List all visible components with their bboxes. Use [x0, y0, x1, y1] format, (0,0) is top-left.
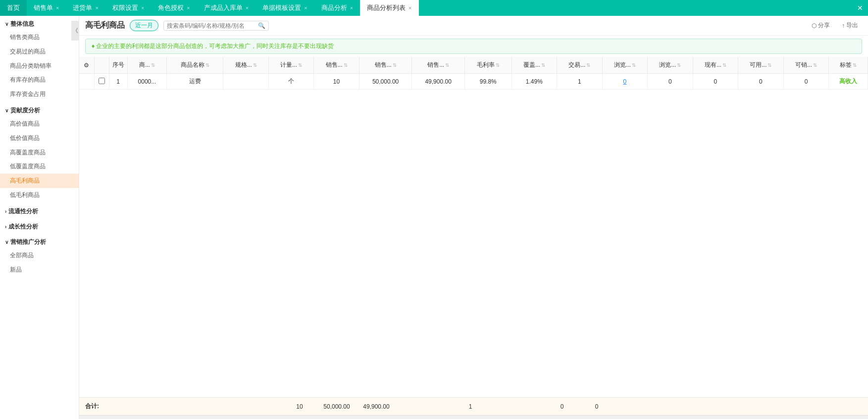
- sidebar-item[interactable]: 低毛利商品: [0, 188, 79, 202]
- footer-label: 合计:: [85, 402, 99, 411]
- table-row: 10000...运费个1050,000.0049,900.0099.8%1.49…: [79, 74, 868, 90]
- sort-icon: ⇅: [205, 62, 209, 68]
- sidebar-group: ›成长性分析: [0, 219, 79, 233]
- sort-icon: ⇅: [151, 62, 155, 68]
- header-actions: ⬡ 分享 ↑ 导出: [808, 20, 862, 31]
- sidebar-collapse-button[interactable]: 《: [71, 21, 79, 41]
- sidebar-item[interactable]: 高毛利商品: [0, 174, 79, 188]
- footer-cell: [114, 403, 129, 410]
- footer-cell: [144, 403, 158, 410]
- sidebar-item[interactable]: 库存资金占用: [0, 87, 79, 101]
- chevron-right-icon: ›: [5, 209, 6, 214]
- sidebar-item[interactable]: 高价值商品: [0, 117, 79, 131]
- nav-close-icon[interactable]: ×: [95, 5, 98, 11]
- sort-icon: ⇅: [722, 62, 726, 68]
- search-icon[interactable]: 🔍: [258, 22, 265, 29]
- sort-icon: ⇅: [813, 62, 817, 68]
- nav-close-icon[interactable]: ×: [350, 5, 353, 11]
- chevron-down-icon: ∨: [5, 239, 8, 245]
- column-header-coverage[interactable]: 覆盖...⇅: [511, 57, 557, 74]
- sidebar: 《 ∨整体信息销售类商品交易过的商品商品分类助销率有库存的商品库存资金占用∨贡献…: [0, 16, 79, 419]
- sidebar-group-title[interactable]: ∨贡献度分析: [0, 102, 79, 117]
- cell-salesProfit: 49,900.00: [412, 74, 465, 90]
- nav-close-icon[interactable]: ×: [141, 5, 144, 11]
- sidebar-item[interactable]: 全部商品: [0, 248, 79, 263]
- nav-close-icon[interactable]: ×: [187, 5, 190, 11]
- footer-cell: 50,000.00: [317, 403, 357, 410]
- close-all-button[interactable]: ✕: [852, 0, 868, 16]
- nav-item-商品分析列表[interactable]: 商品分析列表×: [360, 0, 418, 16]
- chevron-right-icon: ›: [5, 224, 6, 230]
- filter-recent-month-button[interactable]: 近一月: [130, 20, 158, 31]
- sidebar-group-title[interactable]: ∨营销推广分析: [0, 234, 79, 248]
- nav-item-首页[interactable]: 首页: [0, 0, 27, 16]
- column-header-salesQty[interactable]: 销售...⇅: [314, 57, 359, 74]
- column-header-grossMargin[interactable]: 毛利率⇅: [464, 57, 511, 74]
- sort-icon: ⇅: [541, 62, 545, 68]
- nav-item-商品分析[interactable]: 商品分析×: [314, 0, 360, 16]
- column-header-currentStock[interactable]: 现有...⇅: [693, 57, 738, 74]
- nav-item-角色授权[interactable]: 角色授权×: [151, 0, 197, 16]
- nav-close-icon[interactable]: ×: [408, 5, 411, 11]
- column-header-tag[interactable]: 标签⇅: [829, 57, 868, 74]
- sidebar-item[interactable]: 新品: [0, 263, 79, 277]
- column-header-no: 序号: [109, 57, 127, 74]
- views-link[interactable]: 0: [623, 78, 627, 85]
- sidebar-group-title[interactable]: ›成长性分析: [0, 219, 79, 233]
- nav-item-权限设置[interactable]: 权限设置×: [105, 0, 151, 16]
- main-layout: 《 ∨整体信息销售类商品交易过的商品商品分类助销率有库存的商品库存资金占用∨贡献…: [0, 16, 868, 419]
- sidebar-group: ›流通性分析: [0, 203, 79, 218]
- sidebar-group: ∨营销推广分析全部商品新品: [0, 234, 79, 277]
- row-checkbox[interactable]: [99, 78, 105, 84]
- cell-views2: 0: [648, 74, 693, 90]
- column-header-unit[interactable]: 计量...⇅: [268, 57, 314, 74]
- sidebar-item[interactable]: 低价值商品: [0, 131, 79, 145]
- table-container[interactable]: ⚙序号商...⇅商品名称⇅规格...⇅计量...⇅销售...⇅销售...⇅销售.…: [79, 57, 868, 397]
- nav-close-icon[interactable]: ×: [304, 5, 307, 11]
- sidebar-item[interactable]: 低覆盖度商品: [0, 159, 79, 174]
- column-header-spec[interactable]: 规格...⇅: [223, 57, 269, 74]
- sidebar-group-label: 贡献度分析: [10, 106, 40, 115]
- sidebar-group-title[interactable]: ›流通性分析: [0, 203, 79, 218]
- sidebar-item[interactable]: 交易过的商品: [0, 45, 79, 59]
- sort-icon: ⇅: [445, 62, 449, 68]
- column-header-views2[interactable]: 浏览...⇅: [648, 57, 693, 74]
- export-label: 导出: [846, 21, 858, 30]
- nav-item-产成品入库单[interactable]: 产成品入库单×: [197, 0, 255, 16]
- footer-cell: [257, 403, 282, 410]
- column-header-salesProfit[interactable]: 销售...⇅: [412, 57, 465, 74]
- sidebar-group-title[interactable]: ∨整体信息: [0, 16, 79, 30]
- bottom-scrollbar[interactable]: [79, 415, 868, 419]
- footer-cell: 0: [545, 403, 579, 410]
- sidebar-group-label: 整体信息: [10, 20, 34, 28]
- sort-icon: ⇅: [344, 62, 348, 68]
- column-header-saleableStock[interactable]: 可销...⇅: [783, 57, 829, 74]
- column-header-name[interactable]: 商品名称⇅: [167, 57, 223, 74]
- table-footer: 合计: 1050,000.0049,900.00100: [79, 397, 868, 415]
- nav-close-icon[interactable]: ×: [56, 5, 59, 11]
- sidebar-item[interactable]: 销售类商品: [0, 30, 79, 45]
- search-input[interactable]: [167, 22, 256, 29]
- column-header-tradeDays[interactable]: 交易...⇅: [557, 57, 603, 74]
- nav-item-销售单[interactable]: 销售单×: [27, 0, 66, 16]
- nav-item-单据模板设置[interactable]: 单据模板设置×: [255, 0, 314, 16]
- column-header-availableStock[interactable]: 可用...⇅: [738, 57, 784, 74]
- share-button[interactable]: ⬡ 分享: [808, 20, 834, 31]
- column-header-code[interactable]: 商...⇅: [127, 57, 167, 74]
- sort-icon: ⇅: [253, 62, 257, 68]
- cell-availableStock: 0: [738, 74, 784, 90]
- cell-currentStock: 0: [693, 74, 738, 90]
- page-title: 高毛利商品: [85, 20, 125, 31]
- sidebar-item[interactable]: 商品分类助销率: [0, 59, 79, 73]
- column-header-salesAmount[interactable]: 销售...⇅: [359, 57, 412, 74]
- sidebar-item[interactable]: 有库存的商品: [0, 73, 79, 87]
- cell-checkbox: [94, 74, 109, 90]
- footer-cell: [614, 403, 649, 410]
- footer-cell: 49,900.00: [357, 403, 396, 410]
- sidebar-item[interactable]: 高覆盖度商品: [0, 145, 79, 160]
- nav-close-icon[interactable]: ×: [246, 5, 249, 11]
- export-button[interactable]: ↑ 导出: [838, 20, 862, 31]
- column-header-views1[interactable]: 浏览...⇅: [602, 57, 648, 74]
- nav-item-进货单[interactable]: 进货单×: [66, 0, 105, 16]
- footer-cell: [515, 403, 545, 410]
